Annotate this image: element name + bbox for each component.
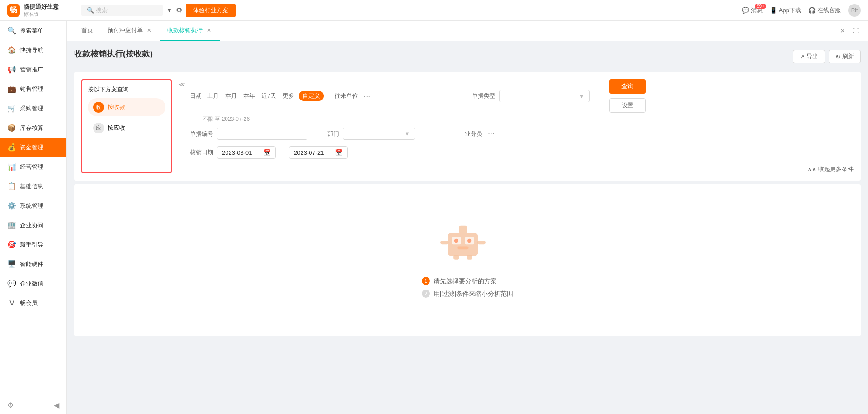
verify-date-to-value: 2023-07-21 [294,149,324,156]
empty-state: 1 请先选择要分析的方案 2 用[过滤]条件来缩小分析范围 [74,184,861,336]
date-label: 日期 [190,92,202,100]
sidebar-item-label: 搜索菜单 [20,27,43,35]
sidebar-item-search[interactable]: 🔍 搜索菜单 [0,21,66,40]
svg-point-3 [454,239,458,243]
filter-row-1: 日期 上月 本月 本年 近7天 更多 自定义 往来单位 [190,79,854,113]
online-service-btn[interactable]: 🎧 在线客服 [808,6,841,14]
purchase-icon: 🛒 [7,104,16,113]
date-7days[interactable]: 近7天 [259,91,278,101]
bill-number-label: 单据编号 [190,130,213,138]
user-initials: Rit [851,7,858,14]
staff-field: 业务员 ··· [465,129,591,138]
dept-select[interactable]: ▼ [343,128,415,140]
sidebar-item-system[interactable]: ⚙️ 系统管理 [0,196,66,215]
bill-number-input[interactable] [217,128,307,140]
sidebar-item-sales[interactable]: 💼 销售管理 [0,79,66,99]
app-download-btn[interactable]: 📱 App下载 [770,6,801,14]
industry-button[interactable]: 体验行业方案 [186,4,236,17]
sidebar-item-label: 新手引导 [20,241,43,249]
sidebar-item-hardware[interactable]: 🖥️ 智能硬件 [0,254,66,274]
message-icon: 💬 [742,7,749,14]
date-more[interactable]: 更多 [281,91,296,101]
staff-dots[interactable]: ··· [486,129,496,138]
verify-date-to[interactable]: 2023-07-21 📅 [289,146,348,159]
svg-rect-9 [477,241,486,244]
tab-maximize-icon[interactable]: ⛶ [851,25,861,36]
sidebar-item-operation[interactable]: 📊 经营管理 [0,157,66,176]
sidebar-item-guide[interactable]: 🎯 新手引导 [0,235,66,254]
tab-prepay-label: 预付冲应付单 [108,26,143,34]
sidebar-settings-icon[interactable]: ⚙ [7,401,14,409]
tab-receivable-close[interactable]: ✕ [205,27,212,34]
date-custom[interactable]: 自定义 [299,91,324,101]
svg-rect-6 [459,226,467,233]
sidebar-item-wechat[interactable]: 💬 企业微信 [0,274,66,293]
refresh-button[interactable]: ↻ 刷新 [829,50,861,63]
settings-button[interactable]: 设置 [609,98,646,113]
tab-prepay-offset[interactable]: 预付冲应付单 ✕ [100,21,160,41]
tab-home-label: 首页 [81,26,93,34]
bill-type-select[interactable]: ▼ [499,90,590,102]
message-btn[interactable]: 💬 消息 99+ [742,6,763,14]
page-title: 收款核销执行(按收款) [74,48,153,59]
collapse-more-btn[interactable]: ∧∧ 收起更多条件 [807,165,854,173]
operation-icon: 📊 [7,162,16,171]
refresh-icon: ↻ [835,53,840,60]
system-icon: ⚙️ [7,201,16,210]
counterpart-dots[interactable]: ··· [362,91,372,101]
filter-form: 日期 上月 本月 本年 近7天 更多 自定义 往来单位 [190,79,854,173]
export-icon: ↗ [800,53,805,60]
app-name: 畅捷通好生意 [24,3,59,11]
collapse-more-label: 收起更多条件 [818,165,854,173]
settings-gear-icon[interactable]: ⚙ [176,6,182,14]
tab-prepay-close[interactable]: ✕ [146,27,153,34]
tab-bar-actions: ✕ ⛶ [838,25,861,36]
dept-field: 部门 ▼ [327,128,454,140]
filter-scheme-panel: 按以下方案查询 收 按收款 应 按应收 [81,79,172,173]
guide-icon: 🎯 [7,240,16,249]
sidebar-item-basic-info[interactable]: 📋 基础信息 [0,176,66,196]
top-search[interactable]: 🔍 搜索 [81,5,163,16]
bill-type-label: 单据类型 [472,92,495,100]
dept-arrow: ▼ [404,130,410,137]
sidebar-item-quick-nav[interactable]: 🏠 快捷导航 [0,40,66,60]
export-button[interactable]: ↗ 导出 [793,50,825,63]
sidebar-item-marketing[interactable]: 📢 营销推广 [0,60,66,79]
sidebar-item-purchase[interactable]: 🛒 采购管理 [0,99,66,118]
user-area[interactable]: Rit [848,4,861,17]
filter-panel-title: 按以下方案查询 [88,86,165,94]
date-last-month[interactable]: 上月 [205,91,221,101]
tip-num-1: 1 [422,277,430,285]
bill-type-field: 单据类型 ▼ [472,90,599,102]
tab-receivable-offset[interactable]: 收款核销执行 ✕ [160,21,220,41]
sidebar: 🔍 搜索菜单 🏠 快捷导航 📢 营销推广 💼 销售管理 🛒 采购管理 📦 库存核… [0,21,67,414]
sidebar-item-enterprise[interactable]: 🏢 企业协同 [0,215,66,235]
dept-label: 部门 [327,130,339,138]
collapse-panel-btn[interactable]: ≪ [179,79,190,173]
verify-date-from[interactable]: 2023-03-01 📅 [217,146,276,159]
sidebar-bottom: ⚙ ◀ [0,396,66,414]
empty-tips: 1 请先选择要分析的方案 2 用[过滤]条件来缩小分析范围 [422,275,513,300]
sidebar-collapse-icon[interactable]: ◀ [54,401,59,409]
sidebar-item-inventory[interactable]: 📦 库存核算 [0,118,66,138]
sidebar-item-label: 营销推广 [20,66,43,74]
date-this-year[interactable]: 本年 [241,91,257,101]
filter-card: 按以下方案查询 收 按收款 应 按应收 ≪ [74,72,861,181]
date-this-month[interactable]: 本月 [223,91,239,101]
empty-illustration [440,220,495,266]
dropdown-arrow[interactable]: ▼ [166,7,172,14]
sidebar-item-member[interactable]: Ⅴ 畅会员 [0,293,66,313]
sidebar-item-finance[interactable]: 💰 资金管理 [0,138,66,157]
receivable-icon: 应 [93,123,104,133]
tab-home[interactable]: 首页 [74,21,100,41]
sidebar-item-label: 基础信息 [20,182,43,190]
main-layout: 🔍 搜索菜单 🏠 快捷导航 📢 营销推广 💼 销售管理 🛒 采购管理 📦 库存核… [0,21,868,414]
filter-option-by-receivable[interactable]: 应 按应收 [88,119,165,137]
filter-option-by-receipt[interactable]: 收 按收款 [88,98,165,116]
sidebar-item-label: 资金管理 [20,143,43,152]
svg-rect-11 [467,255,472,260]
tab-close-all-icon[interactable]: ✕ [838,25,847,36]
verify-date-from-value: 2023-03-01 [222,149,252,156]
query-button[interactable]: 查询 [609,79,646,94]
staff-label: 业务员 [465,130,482,138]
